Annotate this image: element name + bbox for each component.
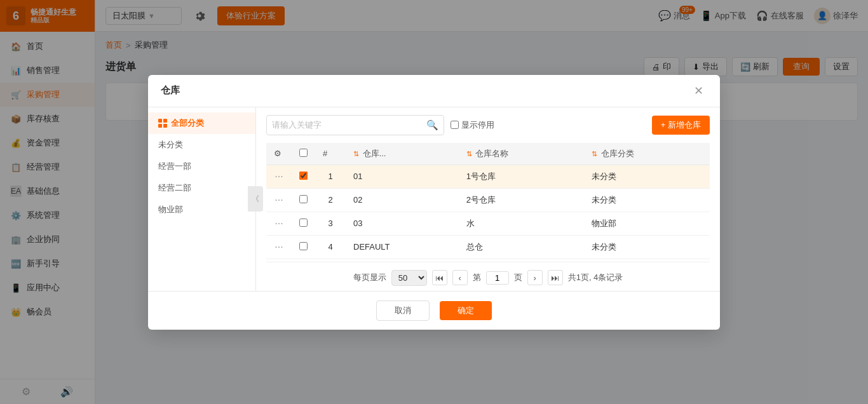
warehouse-dialog: 仓库 ✕ 全部分类 未分类 经营一部 经营二部 物业部 《 bbox=[148, 75, 720, 330]
row-name: 2号仓库 bbox=[459, 188, 585, 212]
dialog-main-content: 🔍 显示停用 + 新增仓库 ⚙ bbox=[256, 107, 720, 291]
dialog-footer: 取消 确定 bbox=[148, 291, 720, 330]
dialog-toolbar: 🔍 显示停用 + 新增仓库 bbox=[266, 115, 710, 135]
row-checkbox[interactable] bbox=[299, 195, 308, 203]
row-checkbox[interactable] bbox=[299, 219, 308, 227]
row-code: DEFAULT bbox=[346, 235, 459, 259]
row-action: ··· bbox=[266, 212, 292, 235]
table-row[interactable]: ··· 3 03 水 物业部 bbox=[266, 212, 710, 235]
row-code: 03 bbox=[346, 212, 459, 235]
add-warehouse-btn[interactable]: + 新增仓库 bbox=[652, 116, 710, 135]
category-panel: 全部分类 未分类 经营一部 经营二部 物业部 《 bbox=[148, 107, 256, 291]
sort-category-icon: ⇅ bbox=[592, 150, 597, 158]
grid-icon bbox=[158, 119, 167, 128]
search-icon[interactable]: 🔍 bbox=[426, 119, 438, 131]
dialog-body: 全部分类 未分类 经营一部 经营二部 物业部 《 🔍 bbox=[148, 107, 720, 291]
row-name: 总仓 bbox=[459, 235, 585, 259]
page-input[interactable] bbox=[486, 271, 509, 285]
show-disabled-checkbox[interactable] bbox=[451, 121, 459, 129]
warehouse-table: ⚙ # ⇅ 仓库... ⇅ bbox=[266, 143, 710, 259]
collapse-category-btn[interactable]: 《 bbox=[248, 186, 263, 212]
row-num: 1 bbox=[315, 165, 346, 188]
table-row[interactable]: ··· 2 02 2号仓库 未分类 bbox=[266, 188, 710, 212]
row-check bbox=[292, 212, 315, 235]
dialog-title: 仓库 bbox=[161, 84, 180, 97]
col-check bbox=[292, 143, 315, 165]
dialog-close-btn[interactable]: ✕ bbox=[690, 84, 707, 98]
category-item-2[interactable]: 经营二部 bbox=[148, 177, 255, 199]
dialog-table-wrap: ⚙ # ⇅ 仓库... ⇅ bbox=[266, 143, 710, 259]
dialog-pagination: 每页显示 50 20 100 ⏮ ‹ 第 页 › ⏭ 共1页, 4条记录 bbox=[266, 262, 710, 291]
row-name: 1号仓库 bbox=[459, 165, 585, 188]
page-last-btn[interactable]: ⏭ bbox=[548, 270, 563, 285]
category-item-3[interactable]: 物业部 bbox=[148, 199, 255, 220]
category-item-1[interactable]: 经营一部 bbox=[148, 156, 255, 177]
row-action: ··· bbox=[266, 235, 292, 259]
page-first-btn[interactable]: ⏮ bbox=[432, 270, 447, 285]
cancel-btn[interactable]: 取消 bbox=[376, 300, 430, 321]
row-category: 未分类 bbox=[584, 165, 710, 188]
row-more-btn[interactable]: ··· bbox=[275, 241, 283, 252]
row-name: 水 bbox=[459, 212, 585, 235]
row-category: 物业部 bbox=[584, 212, 710, 235]
sort-name-icon: ⇅ bbox=[466, 150, 472, 158]
row-more-btn[interactable]: ··· bbox=[275, 218, 283, 229]
row-code: 02 bbox=[346, 188, 459, 212]
row-more-btn[interactable]: ··· bbox=[275, 171, 283, 182]
modal-overlay[interactable]: 仓库 ✕ 全部分类 未分类 经营一部 经营二部 物业部 《 bbox=[0, 0, 868, 404]
col-name[interactable]: ⇅ 仓库名称 bbox=[459, 143, 585, 165]
category-all-item[interactable]: 全部分类 bbox=[148, 112, 255, 134]
warehouse-search-wrap: 🔍 bbox=[266, 115, 444, 135]
table-row[interactable]: ··· 4 DEFAULT 总仓 未分类 bbox=[266, 235, 710, 259]
col-settings[interactable]: ⚙ bbox=[266, 143, 292, 165]
row-checkbox[interactable] bbox=[299, 242, 308, 250]
row-check bbox=[292, 235, 315, 259]
row-category: 未分类 bbox=[584, 188, 710, 212]
row-action: ··· bbox=[266, 165, 292, 188]
dialog-header: 仓库 ✕ bbox=[148, 75, 720, 107]
category-item-0[interactable]: 未分类 bbox=[148, 134, 255, 156]
row-action: ··· bbox=[266, 188, 292, 212]
table-header-row: ⚙ # ⇅ 仓库... ⇅ bbox=[266, 143, 710, 165]
row-code: 01 bbox=[346, 165, 459, 188]
col-category[interactable]: ⇅ 仓库分类 bbox=[584, 143, 710, 165]
row-check bbox=[292, 165, 315, 188]
row-checkbox[interactable] bbox=[299, 172, 308, 180]
select-all-checkbox[interactable] bbox=[299, 149, 308, 157]
row-num: 3 bbox=[315, 212, 346, 235]
col-num: # bbox=[315, 143, 346, 165]
warehouse-search-input[interactable] bbox=[272, 120, 426, 130]
confirm-btn[interactable]: 确定 bbox=[440, 301, 492, 320]
table-row[interactable]: ··· 1 01 1号仓库 未分类 bbox=[266, 165, 710, 188]
row-category: 未分类 bbox=[584, 235, 710, 259]
row-num: 4 bbox=[315, 235, 346, 259]
sort-code-icon: ⇅ bbox=[353, 150, 359, 158]
per-page-select[interactable]: 50 20 100 bbox=[391, 270, 427, 286]
warehouse-tbody: ··· 1 01 1号仓库 未分类 ··· 2 02 2号仓库 未分类 ··· bbox=[266, 165, 710, 259]
page-next-btn[interactable]: › bbox=[527, 270, 543, 285]
col-code[interactable]: ⇅ 仓库... bbox=[346, 143, 459, 165]
show-disabled-label[interactable]: 显示停用 bbox=[451, 119, 494, 131]
page-prev-btn[interactable]: ‹ bbox=[452, 270, 468, 285]
row-num: 2 bbox=[315, 188, 346, 212]
row-check bbox=[292, 188, 315, 212]
row-more-btn[interactable]: ··· bbox=[275, 194, 283, 205]
